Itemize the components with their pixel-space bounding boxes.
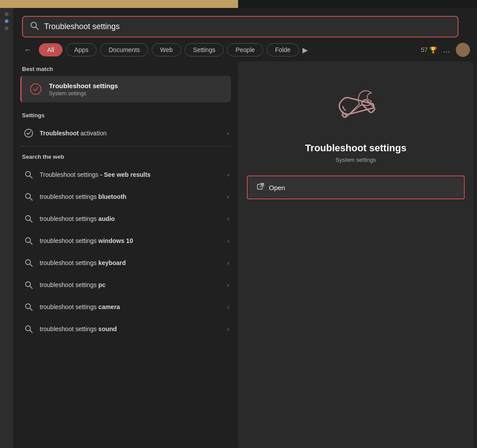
web-item-text-4: troubleshoot settings windows 10 — [40, 237, 227, 244]
web-item-text-7: troubleshoot settings camera — [40, 303, 227, 310]
svg-line-11 — [30, 242, 32, 244]
settings-item-text: Troubleshoot activation — [40, 130, 227, 137]
main-panel: Troubleshoot settings ← All Apps Documen… — [13, 8, 477, 448]
web-item-text-5: troubleshoot settings keyboard — [40, 259, 227, 266]
trophy-icon: 🏆 — [429, 46, 437, 53]
svg-point-6 — [26, 194, 30, 198]
open-button[interactable]: Open — [249, 177, 463, 198]
web-item-bold-5: keyboard — [98, 259, 126, 266]
web-item-text-1: Troubleshoot settings - See web results — [40, 171, 227, 178]
open-label: Open — [269, 184, 285, 191]
settings-item-normal: Troubleshoot — [40, 130, 79, 137]
svg-point-8 — [26, 216, 30, 220]
tab-settings[interactable]: Settings — [185, 43, 224, 56]
best-match-label: Best match — [20, 61, 231, 76]
tab-people[interactable]: People — [227, 43, 263, 56]
left-sidebar — [0, 8, 13, 448]
svg-line-17 — [30, 308, 32, 310]
svg-line-1 — [36, 27, 38, 30]
best-match-text: Troubleshoot settings System settings — [49, 82, 118, 97]
svg-line-9 — [30, 220, 32, 222]
best-match-title: Troubleshoot settings — [49, 82, 118, 90]
svg-line-15 — [30, 286, 32, 288]
search-input[interactable]: Troubleshoot settings — [44, 22, 451, 31]
play-icon[interactable]: ▶ — [302, 46, 308, 54]
chevron-right-icon-5: › — [227, 259, 229, 266]
web-result-item-8[interactable]: troubleshoot settings sound › — [20, 318, 231, 340]
search-icon-6 — [22, 278, 35, 291]
chevron-right-icon-2: › — [227, 193, 229, 200]
web-result-item-5[interactable]: troubleshoot settings keyboard › — [20, 252, 231, 274]
divider — [20, 146, 231, 146]
search-icon-4 — [22, 234, 35, 247]
detail-title: Troubleshoot settings — [305, 142, 406, 154]
search-icon-8 — [22, 322, 35, 336]
web-item-text-2: troubleshoot settings bluetooth — [40, 193, 227, 200]
web-result-item-6[interactable]: troubleshoot settings pc › — [20, 274, 231, 296]
more-button[interactable]: ... — [440, 45, 452, 55]
svg-line-23 — [260, 183, 264, 187]
taskbar-strip — [0, 0, 238, 8]
search-icon-5 — [22, 256, 35, 269]
web-result-item-3[interactable]: troubleshoot settings audio › — [20, 208, 231, 230]
web-item-text-3: troubleshoot settings audio — [40, 215, 227, 222]
back-button[interactable]: ← — [20, 44, 35, 56]
chevron-right-icon-7: › — [227, 303, 229, 310]
search-bar-container: Troubleshoot settings — [13, 8, 477, 43]
sidebar-indicator — [5, 26, 8, 30]
search-box[interactable]: Troubleshoot settings — [22, 16, 458, 37]
svg-point-18 — [26, 326, 30, 331]
detail-subtitle: System settings — [335, 157, 376, 163]
svg-point-3 — [25, 129, 33, 137]
open-external-icon — [257, 183, 265, 192]
web-item-bold-1: - See web results — [98, 171, 150, 178]
svg-point-10 — [26, 238, 30, 243]
chevron-right-icon-4: › — [227, 237, 229, 244]
web-item-normal-6: troubleshoot settings — [40, 281, 98, 288]
chevron-right-icon-1: › — [227, 171, 229, 178]
svg-point-2 — [30, 84, 41, 94]
content-area: Best match Troubleshoot settings System … — [13, 61, 477, 448]
tab-all[interactable]: All — [39, 43, 63, 56]
tab-web[interactable]: Web — [152, 43, 181, 56]
web-result-item-4[interactable]: troubleshoot settings windows 10 › — [20, 230, 231, 252]
detail-panel: Troubleshoot settings System settings Op… — [238, 61, 473, 448]
web-item-normal-2: troubleshoot settings — [40, 193, 98, 200]
search-icon-1 — [22, 168, 35, 181]
settings-result-item[interactable]: Troubleshoot activation › — [20, 122, 231, 144]
tab-folders[interactable]: Folde — [267, 43, 299, 56]
svg-point-4 — [26, 172, 30, 176]
svg-line-19 — [30, 330, 32, 332]
result-count: 57 🏆 — [421, 46, 437, 53]
svg-line-5 — [30, 176, 32, 178]
avatar[interactable] — [456, 43, 470, 57]
web-item-bold-2: bluetooth — [98, 193, 127, 200]
search-icon-7 — [22, 300, 35, 314]
tab-apps[interactable]: Apps — [66, 43, 97, 56]
web-item-bold-8: sound — [98, 325, 117, 332]
web-result-item-7[interactable]: troubleshoot settings camera › — [20, 296, 231, 318]
settings-section-label: Settings — [20, 108, 231, 122]
web-item-bold-4: windows 10 — [98, 237, 133, 244]
detail-icon-wrap — [329, 79, 382, 132]
web-result-item-2[interactable]: troubleshoot settings bluetooth › — [20, 186, 231, 208]
web-item-bold-6: pc — [98, 281, 105, 288]
chevron-right-icon-8: › — [227, 325, 229, 332]
web-result-item-1[interactable]: Troubleshoot settings - See web results … — [20, 164, 231, 186]
best-match-item[interactable]: Troubleshoot settings System settings — [20, 76, 231, 102]
best-match-subtitle: System settings — [49, 90, 118, 97]
svg-line-7 — [30, 198, 32, 200]
filter-tabs: ← All Apps Documents Web Settings People… — [13, 43, 477, 61]
web-item-bold-7: camera — [98, 303, 120, 310]
sidebar-indicator — [5, 12, 8, 16]
search-icon — [30, 21, 39, 32]
results-panel: Best match Troubleshoot settings System … — [13, 61, 238, 448]
web-item-text-6: troubleshoot settings pc — [40, 281, 227, 288]
chevron-right-icon-3: › — [227, 215, 229, 222]
svg-point-14 — [26, 282, 30, 287]
chevron-right-icon: › — [227, 130, 229, 137]
svg-line-13 — [30, 264, 32, 266]
web-item-normal-8: troubleshoot settings — [40, 325, 98, 332]
tab-documents[interactable]: Documents — [100, 43, 148, 56]
open-button-wrap: Open — [247, 175, 465, 199]
